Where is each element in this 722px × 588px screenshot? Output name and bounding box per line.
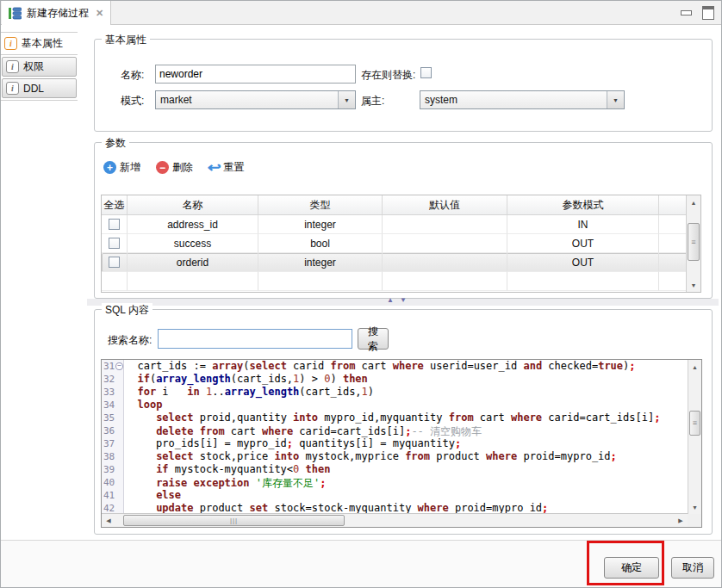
scrollbar-thumb[interactable]: ≡ xyxy=(688,223,700,261)
add-param-button[interactable]: + 新增 xyxy=(103,160,140,175)
code-token xyxy=(125,386,137,398)
code-token: where xyxy=(393,360,424,372)
group-title: SQL 内容 xyxy=(102,303,152,318)
code-token: update xyxy=(156,502,193,514)
close-icon[interactable]: ✕ xyxy=(96,8,103,19)
replace-if-exists-checkbox[interactable] xyxy=(420,67,432,78)
owner-select[interactable]: system ▼ xyxy=(420,90,625,109)
reset-params-label: 重置 xyxy=(223,160,244,175)
code-token: from xyxy=(330,360,355,372)
table-row-empty[interactable] xyxy=(102,272,700,291)
view-toolbar xyxy=(681,1,714,25)
cancel-button[interactable]: 取消 xyxy=(671,557,714,579)
sidebar-item-basic-properties[interactable]: i基本属性 xyxy=(1,33,78,54)
params-table-scrollbar[interactable]: ▲ ≡ ▼ xyxy=(686,195,700,292)
table-row[interactable]: orderidintegerOUT xyxy=(102,253,700,272)
sql-code-editor[interactable]: 31−3233343536373839404142 cart_ids := ar… xyxy=(101,359,702,528)
code-token: then xyxy=(306,463,331,475)
scrollbar-thumb[interactable]: ≡ xyxy=(689,411,700,436)
schema-select[interactable]: market ▼ xyxy=(155,90,356,109)
delete-param-button[interactable]: − 删除 xyxy=(156,160,193,175)
code-line: else xyxy=(125,489,688,502)
fold-collapse-icon[interactable]: − xyxy=(115,362,123,370)
scroll-left-icon[interactable]: ◀ xyxy=(102,514,115,527)
code-token: and xyxy=(523,360,542,372)
code-token: quantitys[i] = myquantity xyxy=(293,437,455,449)
column-header[interactable]: 默认值 xyxy=(383,195,507,214)
group-title: 参数 xyxy=(102,136,129,151)
code-token: select xyxy=(156,412,193,424)
code-line: loop xyxy=(125,399,688,412)
scrollbar-corner xyxy=(688,514,701,527)
ok-button[interactable]: 确定 xyxy=(604,557,659,579)
column-header[interactable]: 全选 xyxy=(102,195,128,214)
name-input[interactable] xyxy=(155,65,356,84)
code-area[interactable]: cart_ids := array(select carid from cart… xyxy=(125,360,688,514)
search-button[interactable]: 搜索 xyxy=(358,328,389,350)
code-token: cart xyxy=(225,425,262,437)
sidebar-item-ddl[interactable]: iDDL xyxy=(2,78,77,98)
code-token: 1 xyxy=(362,386,368,398)
owner-label: 属主: xyxy=(361,94,384,108)
code-line: raise exception '库存量不足'; xyxy=(125,476,688,489)
cell-default xyxy=(383,253,507,272)
line-number-text: 37 xyxy=(103,438,115,449)
code-token: array_length xyxy=(156,373,231,385)
row-checkbox[interactable] xyxy=(109,257,120,268)
line-number-text: 32 xyxy=(103,374,115,385)
code-token: then xyxy=(343,373,368,385)
scroll-down-icon[interactable]: ▼ xyxy=(687,278,700,292)
scrollbar-thumb[interactable]: ||| xyxy=(123,515,345,526)
sidebar-divider xyxy=(1,54,78,55)
column-header[interactable]: 类型 xyxy=(258,195,383,214)
sidebar: i基本属性i权限iDDL xyxy=(1,25,85,587)
line-number-text: 31 xyxy=(103,361,115,372)
code-token: mypro_id,myquantity xyxy=(318,412,449,424)
code-token: ; xyxy=(654,412,660,424)
column-header[interactable]: 参数模式 xyxy=(507,195,659,214)
sash-down-icon: ▼ xyxy=(400,297,407,304)
splitter-sash[interactable]: ▲ ▼ xyxy=(387,297,407,304)
minimize-icon[interactable] xyxy=(681,10,692,15)
tab-title: 新建存储过程 xyxy=(27,6,89,21)
code-token: into xyxy=(274,450,299,462)
code-token: proid=mypro_id xyxy=(449,502,542,514)
scroll-up-icon[interactable]: ▲ xyxy=(688,360,701,374)
sash-up-icon: ▲ xyxy=(387,297,394,304)
params-table: 全选名称类型默认值参数模式address_idintegerINsuccessb… xyxy=(101,195,701,293)
scroll-down-icon[interactable]: ▼ xyxy=(688,500,701,514)
code-token: loop xyxy=(137,399,162,411)
code-token xyxy=(125,489,156,501)
code-token xyxy=(125,477,156,489)
thumb-grip-icon: ≡ xyxy=(693,419,697,427)
cell-empty xyxy=(507,272,659,291)
tab-new-stored-procedure[interactable]: 新建存储过程 ✕ xyxy=(2,1,111,25)
reset-params-button[interactable]: ↩ 重置 xyxy=(209,160,244,175)
line-number: 38 xyxy=(102,450,123,463)
code-token: i xyxy=(156,386,187,398)
search-input[interactable] xyxy=(158,329,352,349)
maximize-icon[interactable] xyxy=(702,6,714,20)
cell-filler xyxy=(659,253,686,272)
code-token: stock=stock-myquantity xyxy=(268,502,417,514)
scroll-right-icon[interactable]: ▶ xyxy=(674,514,688,527)
info-icon: i xyxy=(6,82,19,95)
row-select-cell xyxy=(102,234,128,253)
row-checkbox[interactable] xyxy=(109,219,120,230)
code-token: userid=user_id xyxy=(424,360,524,372)
editor-vertical-scrollbar[interactable]: ▲ ≡ ▼ xyxy=(688,360,701,514)
column-header[interactable]: 名称 xyxy=(128,195,258,214)
table-row[interactable]: successboolOUT xyxy=(102,234,700,253)
code-token: .. xyxy=(212,386,224,398)
line-number-text: 33 xyxy=(103,387,115,398)
sidebar-item-permissions[interactable]: i权限 xyxy=(2,57,77,77)
schema-value: market xyxy=(156,94,338,106)
code-token: ) xyxy=(330,373,342,385)
row-checkbox[interactable] xyxy=(109,238,120,249)
code-token: ; xyxy=(629,360,635,372)
line-number: 32 xyxy=(102,373,123,386)
scroll-up-icon[interactable]: ▲ xyxy=(687,195,700,209)
sidebar-divider xyxy=(1,100,78,101)
editor-horizontal-scrollbar[interactable]: ◀ ||| ▶ xyxy=(102,513,688,527)
table-row[interactable]: address_idintegerIN xyxy=(102,215,700,234)
